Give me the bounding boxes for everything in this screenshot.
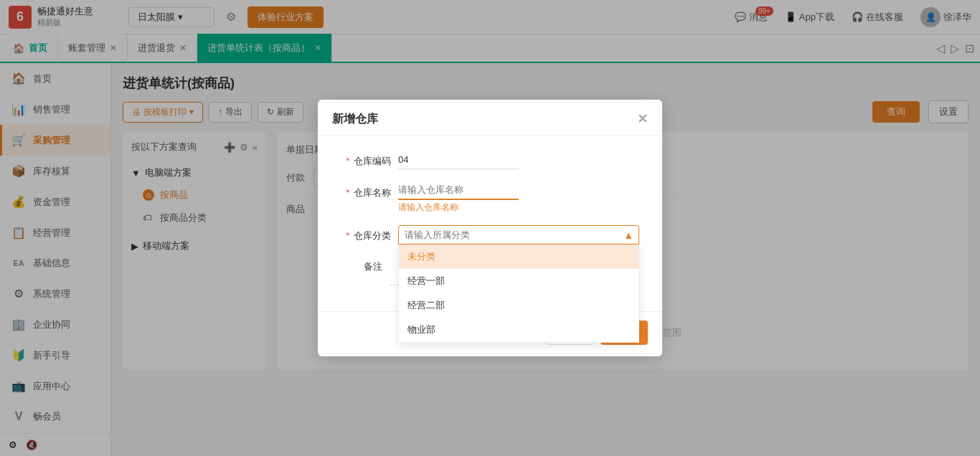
modal-body: * 仓库编码 * 仓库名称 [318,136,662,311]
name-error-msg: 请输入仓库名称 [398,201,458,214]
code-label-text: 仓库编码 [354,156,391,166]
name-input[interactable] [398,181,519,200]
code-label: * 仓库编码 [341,151,398,168]
modal-overlay: 新增仓库 ✕ * 仓库编码 * 仓库名称 [0,0,980,456]
category-select-wrap: ▲ 未分类 经营一部 经营二部 物业部 [398,225,639,244]
chevron-up-icon[interactable]: ▲ [623,229,633,241]
note-label-text: 备注 [364,261,382,272]
category-dropdown: 未分类 经营一部 经营二部 物业部 [398,244,639,343]
dropdown-item-dept1[interactable]: 经营一部 [399,269,639,293]
name-field-row: * 仓库名称 请输入仓库名称 [341,181,639,214]
category-required-star: * [346,230,349,241]
code-field-row: * 仓库编码 [341,151,639,169]
dropdown-item-uncategorized[interactable]: 未分类 [399,244,639,269]
note-label: 备注 [341,256,390,273]
close-icon[interactable]: ✕ [637,111,648,127]
code-input[interactable] [398,151,519,169]
category-input[interactable] [398,225,639,244]
modal: 新增仓库 ✕ * 仓库编码 * 仓库名称 [318,100,662,356]
category-label: * 仓库分类 [341,225,398,242]
name-required-star: * [346,187,349,198]
dropdown-item-property[interactable]: 物业部 [399,318,639,342]
modal-header: 新增仓库 ✕ [318,100,662,136]
code-required-star: * [346,156,349,166]
modal-title: 新增仓库 [332,112,378,127]
dropdown-item-dept2[interactable]: 经营二部 [399,293,639,318]
name-label-text: 仓库名称 [354,187,391,198]
category-label-text: 仓库分类 [354,230,391,241]
category-field-row: * 仓库分类 ▲ 未分类 经营一部 经营二部 物业部 [341,225,639,244]
name-label: * 仓库名称 [341,182,398,199]
